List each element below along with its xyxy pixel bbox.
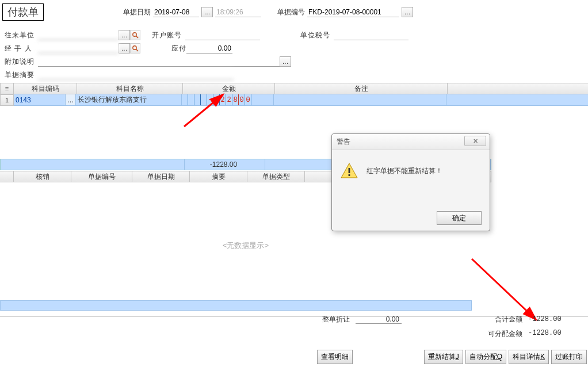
note-label: 附加说明	[5, 57, 38, 67]
docno-lookup-button[interactable]: …	[402, 7, 413, 17]
total-label: 合计金额	[495, 315, 522, 324]
dialog-titlebar[interactable]: 警告 ✕	[332, 134, 490, 150]
grid1-row-index[interactable]: 1	[0, 94, 14, 106]
svg-point-2	[133, 46, 136, 49]
col-code[interactable]: 科目编码	[14, 83, 77, 94]
dialog-message: 红字单据不能重新结算！	[366, 166, 442, 176]
grid1-total-amount: -1228.00	[185, 159, 265, 170]
header-row: 单据日期 … 单据编号 …	[115, 7, 415, 17]
cell-amount[interactable]: -122800	[182, 94, 274, 105]
col-name[interactable]: 科目名称	[77, 83, 183, 94]
cell-name[interactable]: 长沙银行解放东路支行	[76, 94, 182, 105]
date-input[interactable]	[153, 7, 199, 17]
time-input	[215, 7, 261, 17]
party-lookup-button[interactable]: …	[119, 30, 130, 40]
svg-line-5	[472, 259, 536, 320]
party-input[interactable]	[38, 30, 119, 40]
button-bar: 查看明细 重新结算J 自动分配Q 科目详情K 过账打印	[0, 350, 588, 364]
col-docdate[interactable]: 单据日期	[132, 171, 190, 182]
recalc-button[interactable]: 重新结算J	[424, 350, 463, 364]
svg-rect-7	[349, 174, 350, 176]
post-print-button[interactable]: 过账打印	[551, 350, 587, 364]
svg-line-3	[136, 49, 139, 52]
warning-icon	[340, 162, 358, 180]
discount-label: 整单折让	[322, 315, 350, 324]
dialog-close-button[interactable]: ✕	[464, 136, 486, 146]
payable-input[interactable]	[186, 43, 232, 53]
col-amount[interactable]: 金额	[183, 83, 275, 94]
cell-code-lookup[interactable]: …	[66, 94, 76, 105]
tax-input[interactable]	[334, 30, 408, 40]
svg-rect-6	[349, 168, 350, 173]
alloc-label: 可分配金额	[488, 329, 522, 339]
handler-search-icon[interactable]	[130, 43, 140, 53]
docno-input[interactable]	[307, 7, 399, 17]
view-detail-button[interactable]: 查看明细	[317, 350, 353, 364]
grid2-corner[interactable]	[0, 171, 14, 182]
svg-point-0	[133, 33, 136, 36]
date-label: 单据日期	[123, 7, 151, 17]
note-input[interactable]	[38, 56, 280, 67]
dialog-title-text: 警告	[337, 137, 350, 147]
discount-value[interactable]: 0.00	[356, 315, 402, 324]
handler-label: 经 手 人	[5, 44, 38, 53]
grid1-row[interactable]: 0143 … 长沙银行解放东路支行 -122800	[14, 94, 588, 106]
handler-lookup-button[interactable]: …	[119, 43, 130, 53]
docno-label: 单据编号	[277, 7, 305, 17]
account-label: 开户账号	[152, 30, 185, 40]
note-lookup-button[interactable]: …	[280, 56, 291, 67]
grid1-corner[interactable]: ≡	[0, 83, 14, 94]
total-value: -1228.00	[528, 315, 562, 323]
alloc-value: -1228.00	[528, 329, 562, 337]
handler-input[interactable]	[38, 43, 119, 53]
page-title: 付款单	[2, 3, 44, 21]
grid2-total-row	[0, 300, 472, 311]
summary-input[interactable]	[38, 70, 234, 80]
account-input[interactable]	[185, 30, 260, 40]
autoalloc-button[interactable]: 自动分配Q	[465, 350, 506, 364]
cell-remark[interactable]	[274, 94, 446, 105]
col-summary2[interactable]: 摘要	[190, 171, 247, 182]
subject-detail-button[interactable]: 科目详情K	[509, 350, 549, 364]
party-search-icon[interactable]	[130, 30, 140, 40]
grid1-header: 科目编码 科目名称 金额 备注	[14, 83, 588, 94]
cell-code[interactable]: 0143	[14, 94, 66, 105]
col-remark[interactable]: 备注	[275, 83, 448, 94]
col-doctype[interactable]: 单据类型	[247, 171, 305, 182]
dialog-ok-button[interactable]: 确定	[437, 211, 482, 225]
tax-label: 单位税号	[300, 30, 334, 40]
warning-dialog: 警告 ✕ 红字单据不能重新结算！ 确定	[331, 133, 490, 231]
summary-label: 单据摘要	[5, 70, 38, 80]
payable-label: 应付	[163, 44, 186, 53]
col-writeoff[interactable]: 核销	[14, 171, 71, 182]
party-label: 往来单位	[5, 30, 38, 40]
col-docno2[interactable]: 单据编号	[71, 171, 132, 182]
no-data-text: <无数据显示>	[0, 240, 491, 251]
date-picker-button[interactable]: …	[201, 7, 213, 17]
svg-line-1	[136, 36, 139, 39]
